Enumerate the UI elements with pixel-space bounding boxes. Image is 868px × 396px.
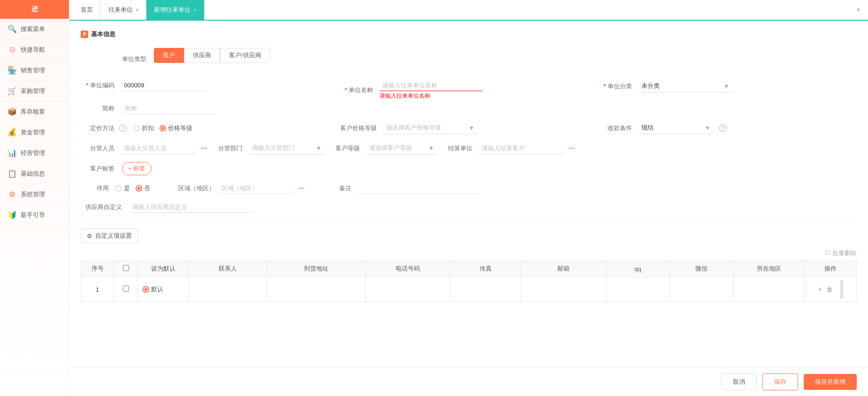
default-radio[interactable] bbox=[143, 286, 149, 293]
row-action-icons: + 🗑 bbox=[809, 280, 852, 299]
disabled-no-radio[interactable] bbox=[136, 185, 142, 192]
region-cell: 区域（地区） ··· bbox=[178, 183, 305, 194]
batch-delete-label[interactable]: 批量删除 bbox=[832, 249, 857, 257]
sidebar: 进 🔍 搜索菜单 ⊙ 快捷导航 🏪 销售管理 🛒 采购管理 📦 库存核算 💰 资… bbox=[0, 0, 69, 396]
inventory-icon: 📦 bbox=[8, 107, 17, 116]
save-button[interactable]: 保存 bbox=[762, 373, 798, 390]
qq-input[interactable] bbox=[622, 284, 655, 295]
unit-name-error: 请输入往来单位名称 bbox=[380, 92, 483, 100]
sidebar-logo: 进 bbox=[0, 0, 69, 19]
tab-partner-close[interactable]: × bbox=[136, 7, 138, 13]
disabled-yes-option[interactable]: 是 bbox=[115, 184, 130, 193]
region-input[interactable] bbox=[219, 183, 294, 194]
sidebar-item-label: 采购管理 bbox=[21, 87, 45, 95]
supplier-custom-row: 供应商自定义 bbox=[81, 202, 857, 213]
col-region: 所在地区 bbox=[733, 261, 804, 277]
customer-price-level-select[interactable]: 请选择客户价格等级 ▼ bbox=[383, 122, 477, 134]
unit-name-label: 单位名称 bbox=[339, 86, 373, 94]
save-new-button[interactable]: 保存并新增 bbox=[804, 374, 857, 390]
manager-input[interactable] bbox=[121, 143, 196, 154]
sidebar-item-finance[interactable]: 💰 资金管理 bbox=[0, 122, 69, 143]
settlement-unit-input[interactable] bbox=[479, 143, 563, 154]
add-row-icon[interactable]: + bbox=[818, 285, 822, 294]
tab-home[interactable]: 首页 bbox=[73, 0, 101, 20]
tab-partner[interactable]: 往来单位 × bbox=[101, 0, 146, 20]
sidebar-item-basic[interactable]: 📋 基础信息 bbox=[0, 163, 69, 184]
custom-settings-button[interactable]: ⚙ 自定义项设置 bbox=[81, 228, 138, 243]
tab-bar: 首页 往来单位 × 新增往来单位 × × bbox=[69, 0, 868, 21]
operations-icon: 📊 bbox=[8, 148, 17, 157]
default-label: 默认 bbox=[151, 285, 163, 294]
manager-cell: 分管人员 ··· bbox=[81, 143, 207, 154]
settlement-more-btn[interactable]: ··· bbox=[568, 144, 574, 153]
sidebar-item-guide[interactable]: 🔰 新手引导 bbox=[0, 205, 69, 225]
unit-name-input[interactable] bbox=[380, 80, 483, 91]
unit-category-cell: 单位分类 未分类 ▼ bbox=[598, 80, 857, 93]
pricing-help-icon[interactable]: ? bbox=[119, 124, 127, 132]
section-title-basic: P 基本信息 bbox=[81, 30, 857, 39]
pricing-method-label: 定价方法 bbox=[81, 124, 114, 132]
btn-type-customer[interactable]: 客户 bbox=[154, 48, 184, 63]
payment-help-icon[interactable]: ? bbox=[719, 124, 727, 132]
default-radio-item[interactable]: 默认 bbox=[143, 285, 184, 294]
sidebar-item-quick-nav[interactable]: ⊙ 快捷导航 bbox=[0, 39, 69, 60]
cancel-button[interactable]: 取消 bbox=[721, 373, 757, 390]
cell-contact bbox=[189, 277, 267, 302]
pricing-level-option[interactable]: 价格等级 bbox=[160, 124, 192, 132]
sidebar-item-system[interactable]: ⚙ 系统管理 bbox=[0, 184, 69, 205]
pricing-level-radio[interactable] bbox=[160, 125, 166, 132]
remark-input[interactable] bbox=[358, 183, 480, 194]
disabled-yes-radio[interactable] bbox=[115, 185, 122, 192]
remark-label: 备注 bbox=[333, 184, 351, 193]
col-wechat: 微信 bbox=[670, 261, 733, 277]
department-select[interactable]: 请输入分管部门 ▼ bbox=[249, 142, 324, 155]
pricing-discount-option[interactable]: 折扣 bbox=[133, 124, 154, 132]
address-input[interactable] bbox=[288, 284, 344, 295]
pricing-discount-radio[interactable] bbox=[133, 125, 140, 132]
supplier-custom-input[interactable] bbox=[129, 202, 251, 213]
scroll-icon bbox=[840, 280, 843, 299]
col-address: 到货地址 bbox=[266, 261, 365, 277]
manager-more-btn[interactable]: ··· bbox=[201, 144, 207, 153]
tab-new-partner[interactable]: 新增往来单位 × bbox=[146, 0, 204, 20]
table-row: 1 默认 bbox=[81, 277, 857, 302]
phone-input[interactable] bbox=[384, 284, 431, 295]
close-all-tabs-button[interactable]: × bbox=[853, 6, 864, 14]
sidebar-item-search[interactable]: 🔍 搜索菜单 bbox=[0, 19, 69, 39]
sidebar-item-label: 资金管理 bbox=[21, 128, 45, 137]
wechat-input[interactable] bbox=[685, 284, 718, 295]
short-name-label: 简称 bbox=[81, 104, 114, 113]
short-name-input[interactable] bbox=[122, 103, 216, 114]
department-cell: 分管部门 请输入分管部门 ▼ bbox=[214, 142, 324, 155]
select-all-checkbox[interactable] bbox=[123, 265, 129, 271]
purchase-icon: 🛒 bbox=[8, 86, 17, 95]
delete-row-icon[interactable]: 🗑 bbox=[826, 286, 833, 293]
sidebar-item-inventory[interactable]: 📦 库存核算 bbox=[0, 101, 69, 122]
sidebar-item-purchase[interactable]: 🛒 采购管理 bbox=[0, 81, 69, 101]
department-label: 分管部门 bbox=[214, 144, 243, 153]
unit-code-input[interactable]: 000009 bbox=[121, 80, 206, 91]
tab-new-partner-close[interactable]: × bbox=[193, 7, 196, 13]
sidebar-item-operations[interactable]: 📊 经营管理 bbox=[0, 143, 69, 163]
department-arrow: ▼ bbox=[315, 145, 321, 152]
add-tag-button[interactable]: + 标签 bbox=[122, 162, 152, 175]
row-region-input[interactable] bbox=[750, 284, 788, 295]
unit-category-arrow: ▼ bbox=[723, 83, 730, 90]
pricing-method-cell: 定价方法 ? 折扣 价格等级 bbox=[81, 124, 339, 132]
fax-input[interactable] bbox=[467, 284, 504, 295]
pricing-discount-label: 折扣 bbox=[142, 124, 154, 132]
unit-category-select[interactable]: 未分类 ▼ bbox=[639, 80, 732, 93]
customer-level-select[interactable]: 请选择客户等级 ▼ bbox=[366, 142, 437, 155]
btn-type-both[interactable]: 客户/供应商 bbox=[220, 48, 270, 63]
add-tag-label: + 标签 bbox=[128, 164, 145, 173]
email-input[interactable] bbox=[540, 284, 587, 295]
sidebar-item-sales[interactable]: 🏪 销售管理 bbox=[0, 60, 69, 81]
disabled-no-option[interactable]: 否 bbox=[136, 184, 150, 193]
contact-input[interactable] bbox=[207, 284, 249, 295]
section-icon: P bbox=[81, 31, 88, 38]
payment-terms-select[interactable]: 现结 ▼ bbox=[639, 122, 714, 134]
cell-email bbox=[521, 277, 606, 302]
btn-type-supplier[interactable]: 供应商 bbox=[184, 48, 220, 63]
row-checkbox[interactable] bbox=[123, 286, 129, 292]
region-more-btn[interactable]: ··· bbox=[298, 184, 305, 193]
